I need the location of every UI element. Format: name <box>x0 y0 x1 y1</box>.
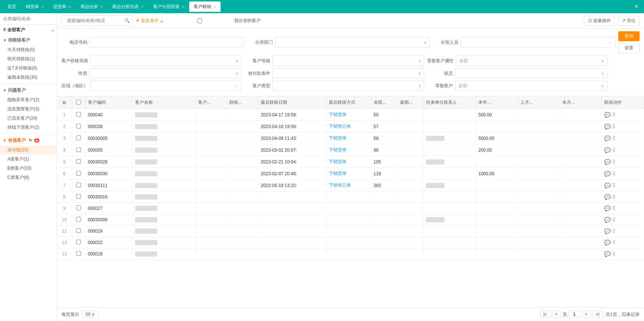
chat-icon[interactable]: 💬 <box>604 205 610 211</box>
partner-column-header[interactable]: 往来单位联系人 <box>423 96 476 109</box>
overdue-column-header[interactable]: 逾期... <box>397 96 423 109</box>
sidebar-item-declining[interactable]: 持续下滑客户(2) <box>0 123 57 132</box>
last-date-column-header[interactable]: 最后联络日期 <box>258 96 327 109</box>
thismonth-column-header[interactable]: 本月... <box>560 96 602 109</box>
more-icon[interactable]: ⠿ <box>612 240 616 246</box>
last-method-link[interactable]: 下销售订单 <box>329 183 351 188</box>
sidebar-item-week[interactable]: 近7天待联络(0) <box>0 64 57 73</box>
more-icon[interactable]: ⠿ <box>612 171 616 177</box>
sidebar-group-value[interactable]: ▼ 价值客户 ↻ ● <box>0 135 57 145</box>
chat-icon[interactable]: 💬 <box>604 251 610 257</box>
tab-customer-segment[interactable]: 客户分层经客 × <box>149 1 189 12</box>
last-method-link[interactable]: 下销货单 <box>329 159 346 164</box>
sidebar-item-abnormal[interactable]: 囤购异常客户(2) <box>0 95 57 105</box>
name-column-header[interactable]: 客户名称 <box>133 96 196 109</box>
customer-level-select[interactable]: ∨ <box>272 56 425 66</box>
chat-icon[interactable]: 💬 <box>604 217 610 223</box>
checkbox-column-header[interactable] <box>72 96 85 109</box>
last-method-link[interactable]: 下销货单 <box>329 147 346 152</box>
sidebar-group-pending[interactable]: ▼ 待联络客户 <box>0 35 57 45</box>
more-icon[interactable]: ⠿ <box>612 217 616 223</box>
global-close-button[interactable]: × <box>632 3 641 10</box>
last-method-column-header[interactable]: 最后联络方式 <box>327 96 371 109</box>
sidebar-item-churn-warning[interactable]: 流失预警客户(3) <box>0 105 57 114</box>
settings-column-header[interactable]: ⚙ <box>57 96 72 109</box>
region-select[interactable]: ··· <box>90 81 242 91</box>
sidebar-item-unclassified[interactable]: 未分组(32) <box>0 145 57 155</box>
manager-select[interactable]: ··· <box>461 37 615 47</box>
status-select[interactable]: ∨ <box>455 68 607 78</box>
chat-icon[interactable]: 💬 <box>604 171 610 177</box>
sidebar-item-today[interactable]: 今天待联络(0) <box>0 45 57 54</box>
refresh-icon[interactable]: ↻ <box>29 138 32 143</box>
row-checkbox[interactable] <box>76 124 81 128</box>
dept-select[interactable]: ∨ <box>275 37 430 47</box>
more-icon[interactable]: ⠿ <box>612 228 616 234</box>
prev-page-button[interactable]: < <box>552 311 561 318</box>
chat-icon[interactable]: 💬 <box>604 112 610 118</box>
sidebar-collapse-icon[interactable]: « <box>52 28 54 32</box>
last-method-link[interactable]: 下销货单 <box>329 135 346 141</box>
tab-home[interactable]: 首页 <box>3 1 21 12</box>
sidebar-item-churned[interactable]: 已流失客户(24) <box>0 114 57 123</box>
type-column-header[interactable]: 客户... <box>196 96 227 109</box>
row-checkbox[interactable] <box>76 194 81 199</box>
retail-customer-select[interactable]: 全部 ∨ <box>455 81 607 91</box>
sidebar-item-c-class[interactable]: C类客户(6) <box>0 173 57 182</box>
select-all-checkbox[interactable] <box>76 100 81 105</box>
chat-icon[interactable]: 💬 <box>604 147 610 153</box>
chat-icon[interactable]: 💬 <box>604 124 610 130</box>
chat-icon[interactable]: 💬 <box>604 159 610 165</box>
filter-more-button[interactable]: ▼ 更多条件 ▲ <box>136 18 163 24</box>
sidebar-search-input[interactable] <box>3 16 57 21</box>
more-icon[interactable]: ⠿ <box>612 135 616 141</box>
chat-icon[interactable]: 💬 <box>604 228 610 234</box>
batch-ops-button[interactable]: ☑ 批量操作 <box>584 16 615 26</box>
my-customers-checkbox-label[interactable]: 我分管的客户 <box>166 18 261 24</box>
more-icon[interactable]: ⠿ <box>612 147 616 153</box>
search-input[interactable] <box>64 17 123 25</box>
tab-sales[interactable]: 销货单 × <box>21 1 48 12</box>
export-button[interactable]: ↗ 导出 <box>618 16 640 26</box>
tab-purchase[interactable]: 进货单 × <box>49 1 75 12</box>
chat-icon[interactable]: 💬 <box>604 240 610 246</box>
row-checkbox[interactable] <box>76 112 81 117</box>
customer-type-select[interactable]: ∨ <box>272 81 425 91</box>
last-method-link[interactable]: 下销货单 <box>329 112 346 117</box>
close-purchase-tab[interactable]: × <box>68 4 71 9</box>
tab-customer-contact[interactable]: 客户联络 × <box>189 1 220 12</box>
reset-button[interactable]: 设置 <box>618 43 640 53</box>
phone-input[interactable] <box>89 37 244 47</box>
payment-select[interactable]: ∨ <box>272 68 425 78</box>
price-level-select[interactable]: ∨ <box>90 56 242 66</box>
my-customers-checkbox[interactable] <box>166 18 233 23</box>
next-page-button[interactable]: > <box>582 311 591 318</box>
last-method-link[interactable]: 下销货单 <box>329 171 346 176</box>
sidebar-item-overdue[interactable]: 逾期未联络(30) <box>0 73 57 82</box>
row-checkbox[interactable] <box>76 251 81 256</box>
nature-select[interactable]: ∨ <box>89 68 242 78</box>
row-checkbox[interactable] <box>76 171 81 176</box>
last-page-button[interactable]: >| <box>592 311 603 318</box>
row-checkbox[interactable] <box>76 228 81 233</box>
last-method-link[interactable]: 下销售订单 <box>329 124 351 129</box>
tab-analysis[interactable]: 商品分析 × <box>76 1 107 12</box>
contact-column-header[interactable]: 联络... <box>227 96 258 109</box>
sidebar-item-tomorrow[interactable]: 明天待联络(1) <box>0 54 57 64</box>
more-icon[interactable]: ⠿ <box>612 183 616 188</box>
row-checkbox[interactable] <box>76 135 81 140</box>
page-input[interactable] <box>569 311 580 318</box>
close-customer-contact-tab[interactable]: × <box>214 4 216 9</box>
days-column-header[interactable]: 未联... <box>371 96 397 109</box>
row-checkbox[interactable] <box>76 159 81 164</box>
code-column-header[interactable]: 客户编码 <box>85 96 133 109</box>
sidebar-item-b-class[interactable]: B类客户(33) <box>0 164 57 173</box>
query-button[interactable]: 查询 <box>618 31 640 41</box>
tab-analysis-list[interactable]: 商品分析列表 × <box>108 1 148 12</box>
more-icon[interactable]: ⠿ <box>612 159 616 165</box>
more-icon[interactable]: ⠿ <box>612 124 616 130</box>
more-icon[interactable]: ⠿ <box>612 194 616 200</box>
chat-icon[interactable]: 💬 <box>604 194 610 200</box>
more-icon[interactable]: ⠿ <box>612 251 616 257</box>
sidebar-all-customers[interactable]: ⠿ 全部客户 « <box>0 25 57 35</box>
